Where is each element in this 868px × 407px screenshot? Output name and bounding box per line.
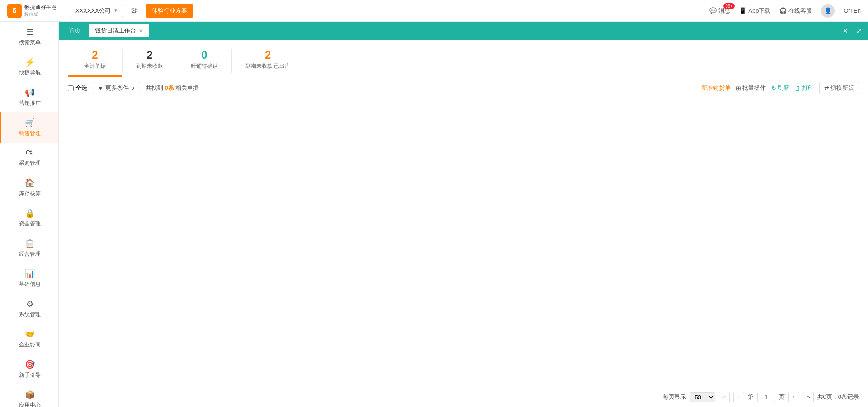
sidebar-item-label: 企业协同 (19, 341, 41, 349)
logo-icon: 6 (7, 4, 22, 18)
purchase-icon: 🛍 (26, 148, 34, 158)
tab-home[interactable]: 首页 (62, 24, 87, 37)
filter-button[interactable]: ▼ 更多条件 ∨ (93, 82, 140, 94)
current-page-input[interactable] (757, 393, 775, 402)
sidebar-item-label: 销售管理 (19, 130, 41, 137)
first-page-button[interactable]: ⊲ (719, 392, 730, 402)
online-service-button[interactable]: 🎧 在线客服 (779, 7, 812, 15)
sidebar-item-purchase[interactable]: 🛍 采购管理 (0, 143, 58, 173)
tab-close-icon[interactable]: ✕ (139, 28, 143, 34)
next-page-button[interactable]: › (788, 392, 799, 402)
experience-button[interactable]: 体验行业方案 (146, 4, 193, 18)
sidebar-item-operations[interactable]: 📋 经营管理 (0, 233, 58, 263)
inventory-icon: 🏠 (25, 178, 35, 188)
sidebar-item-label: 营销推广 (19, 99, 41, 107)
switch-version-button[interactable]: ⇄ 切换新版 (819, 82, 859, 94)
sidebar: ☰ 搜索菜单 ⚡ 快捷导航 📢 营销推广 🛒 销售管理 🛍 采购管理 🏠 库存核… (0, 22, 59, 407)
sidebar-item-guide[interactable]: 🎯 新手引导 (0, 354, 58, 384)
filter-label: 更多条件 (105, 84, 129, 92)
gear-icon: ⚙ (131, 6, 137, 15)
tab-close-all-button[interactable]: ✕ (840, 25, 851, 36)
batch-operation-button[interactable]: ⊞ 批量操作 (736, 84, 766, 92)
company-selector[interactable]: XXXXXX公司 ▼ (71, 5, 123, 17)
tab-expand-button[interactable]: ⤢ (854, 25, 864, 36)
batch-icon: ⊞ (736, 85, 741, 92)
stat-label-overdue-unshipped: 到期未收款 已出库 (245, 62, 290, 70)
quick-nav-icon: ⚡ (25, 57, 35, 67)
sidebar-item-search-menu[interactable]: ☰ 搜索菜单 (0, 22, 58, 52)
sidebar-item-label: 资金管理 (19, 220, 41, 228)
found-text: 共找到 0条 相关单据 (146, 84, 199, 92)
guide-icon: 🎯 (25, 360, 35, 370)
sidebar-item-quick-nav[interactable]: ⚡ 快捷导航 (0, 52, 58, 82)
enterprise-icon: 🤝 (25, 329, 35, 339)
sidebar-item-label: 应用中心 (19, 402, 41, 407)
base-info-icon: 📊 (25, 269, 35, 279)
last-page-button[interactable]: ⊳ (803, 392, 814, 402)
settings-button[interactable]: ⚙ (127, 4, 141, 18)
sidebar-item-label: 经营管理 (19, 250, 41, 258)
refresh-button[interactable]: ↻ 刷新 (771, 84, 789, 92)
per-page-label: 每页显示 (663, 393, 686, 401)
app-center-icon: 📦 (25, 390, 35, 400)
avatar[interactable]: 👤 (821, 4, 835, 18)
expand-icon: ⤢ (856, 27, 862, 34)
sidebar-item-enterprise[interactable]: 🤝 企业协同 (0, 324, 58, 354)
stat-label-wangpu: 旺铺待确认 (191, 62, 218, 70)
select-all-checkbox[interactable]: 全选 (68, 84, 87, 92)
logo-area: 6 畅捷通好生意 标准版 (7, 4, 66, 18)
search-menu-icon: ☰ (26, 27, 33, 37)
sales-icon: 🛒 (25, 118, 35, 128)
tab-workbench[interactable]: 钱货日清工作台 ✕ (89, 24, 149, 37)
sidebar-item-label: 库存核算 (19, 190, 41, 197)
stat-num-overdue-unshipped: 2 (265, 49, 271, 61)
main-layout: ☰ 搜索菜单 ⚡ 快捷导航 📢 营销推广 🛒 销售管理 🛍 采购管理 🏠 库存核… (0, 22, 868, 407)
table-area (59, 99, 868, 387)
print-icon: 🖨 (795, 85, 801, 92)
tab-bar: 首页 钱货日清工作台 ✕ ✕ ⤢ (59, 22, 868, 40)
sidebar-item-inventory[interactable]: 🏠 库存核算 (0, 173, 58, 203)
select-all-input[interactable] (68, 85, 74, 91)
tab-workbench-label: 钱货日清工作台 (95, 27, 136, 35)
stat-tab-wangpu[interactable]: 0 旺铺待确认 (177, 45, 231, 77)
service-icon: 🎧 (779, 7, 787, 14)
per-page-select[interactable]: 50 100 200 (690, 392, 715, 402)
app-download-button[interactable]: 📱 App下载 (739, 7, 770, 15)
message-icon: 💬 (709, 7, 717, 14)
page-suffix: 页 (779, 393, 785, 401)
refresh-icon: ↻ (771, 85, 776, 92)
sidebar-item-base-info[interactable]: 📊 基础信息 (0, 263, 58, 294)
tab-home-label: 首页 (69, 27, 80, 35)
message-button[interactable]: 💬 消息 99+ (709, 7, 730, 15)
sidebar-item-label: 搜索菜单 (19, 39, 41, 47)
toolbar: 全选 ▼ 更多条件 ∨ 共找到 0条 相关单据 + 新增销货单 ⊞ (59, 77, 868, 99)
finance-icon: 🔒 (25, 208, 35, 218)
found-count: 0条 (165, 84, 174, 91)
company-name: XXXXXX公司 (75, 7, 111, 15)
message-badge: 99+ (723, 3, 735, 9)
filter-chevron-icon: ∨ (131, 85, 135, 92)
prev-page-button[interactable]: ‹ (733, 392, 744, 402)
avatar-icon: 👤 (824, 7, 832, 14)
sidebar-item-app-center[interactable]: 📦 应用中心 (0, 384, 58, 407)
tab-bar-right: ✕ ⤢ (840, 25, 864, 36)
stat-label-all: 全部单据 (84, 62, 106, 70)
content-area: 首页 钱货日清工作台 ✕ ✕ ⤢ 2 全部单据 (59, 22, 868, 407)
stat-tab-overdue-unpaid[interactable]: 2 到期未收款 (123, 45, 177, 77)
stat-tab-overdue-unshipped[interactable]: 2 到期未收款 已出库 (232, 45, 304, 77)
sidebar-item-label: 基础信息 (19, 281, 41, 288)
print-button[interactable]: 🖨 打印 (795, 84, 814, 92)
stat-label-overdue-unpaid: 到期未收款 (136, 62, 163, 70)
stat-tab-all[interactable]: 2 全部单据 (68, 45, 122, 77)
stat-num-wangpu: 0 (201, 49, 207, 61)
sidebar-item-system[interactable]: ⚙ 系统管理 (0, 294, 58, 324)
sidebar-item-marketing[interactable]: 📢 营销推广 (0, 82, 58, 112)
stat-num-overdue-unpaid: 2 (146, 49, 152, 61)
inner-content: 2 全部单据 2 到期未收款 0 旺铺待确认 2 到期未收款 已出库 (59, 40, 868, 407)
sidebar-item-label: 快捷导航 (19, 69, 41, 77)
close-icon: ✕ (843, 27, 848, 34)
add-sales-order-button[interactable]: + 新增销货单 (696, 84, 731, 92)
sidebar-item-finance[interactable]: 🔒 资金管理 (0, 203, 58, 233)
sidebar-item-sales[interactable]: 🛒 销售管理 (0, 112, 58, 143)
total-info: 共0页，0条记录 (817, 393, 859, 401)
